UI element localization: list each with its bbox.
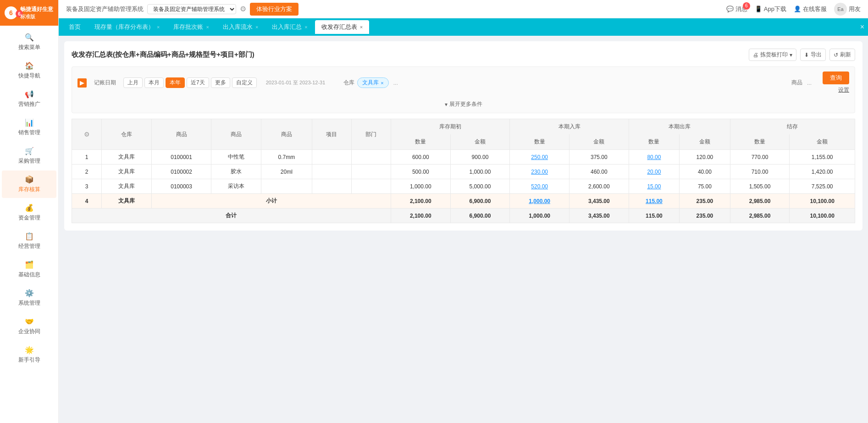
- system-title: 装备及固定资产辅助管理系统: [66, 5, 144, 13]
- warehouse-label: 仓库: [343, 79, 354, 87]
- sidebar-item-search[interactable]: 🔍 搜索菜单: [2, 28, 56, 56]
- th-settings[interactable]: ⚙: [72, 119, 102, 150]
- tab-stock-dist[interactable]: 现存量（库存分布表） ×: [88, 20, 166, 34]
- system-select[interactable]: 装备及固定资产辅助管理系统: [147, 4, 236, 14]
- table-settings-icon[interactable]: ⚙: [84, 131, 90, 138]
- tab-batch-close[interactable]: ×: [206, 24, 209, 30]
- warehouse-tag[interactable]: 文具库 ×: [357, 77, 388, 88]
- row-in-qty[interactable]: 250.00: [510, 150, 569, 165]
- sidebar-item-sales[interactable]: 📊 销售管理: [2, 114, 56, 141]
- sidebar-item-newguide[interactable]: 🌟 新手引导: [2, 341, 56, 368]
- tab-batch[interactable]: 库存批次账 ×: [167, 20, 215, 34]
- sidebar-item-basic-label: 基础信息: [18, 271, 40, 279]
- total-out-qty: 115.00: [629, 209, 680, 223]
- row-project: [312, 150, 351, 165]
- tab-recv-send[interactable]: 收发存汇总表 ×: [315, 20, 369, 34]
- tab-stock-dist-label: 现存量（库存分布表）: [94, 23, 154, 31]
- date-btn-7days[interactable]: 近7天: [187, 77, 209, 88]
- row-opening-qty: 600.00: [391, 150, 450, 165]
- query-btn[interactable]: 查询: [823, 71, 849, 84]
- date-buttons: 上月 本月 本年 近7天 更多 自定义: [123, 77, 257, 88]
- date-btn-custom[interactable]: 自定义: [232, 77, 257, 88]
- logo-number: 6: [9, 9, 13, 16]
- sidebar-item-marketing[interactable]: 📢 营销推广: [2, 85, 56, 113]
- row-bal-amt: 7,525.00: [790, 179, 855, 194]
- tab-inout-summary-close[interactable]: ×: [304, 24, 307, 30]
- sidebar-item-quicknav[interactable]: 🏠 快捷导航: [2, 57, 56, 84]
- row-goods-name: 中性笔: [211, 150, 261, 165]
- tab-home[interactable]: 首页: [62, 20, 87, 34]
- refresh-btn[interactable]: ↺ 刷新: [829, 49, 855, 61]
- date-btn-last-month[interactable]: 上月: [123, 77, 143, 88]
- topbar-right: 💬 消息 6 📱 App下载 👤 在线客服 Ea 用友: [726, 3, 861, 16]
- row-num: 1: [72, 150, 102, 165]
- gear-icon[interactable]: ⚙: [240, 5, 246, 13]
- date-btn-more[interactable]: 更多: [211, 77, 230, 88]
- filter-bar: ▶ 记账日期 上月 本月 本年 近7天 更多 自定义 2023-01-01 至 …: [72, 66, 855, 113]
- date-btn-this-year[interactable]: 本年: [166, 77, 185, 88]
- sub-bal-qty: 2,985.00: [730, 194, 790, 209]
- notification-item[interactable]: 💬 消息 6: [726, 5, 747, 13]
- tabs-close-all[interactable]: ×: [860, 23, 864, 31]
- print-chevron-icon: ▾: [790, 52, 792, 58]
- online-service-item[interactable]: 👤 在线客服: [794, 5, 827, 13]
- row-out-qty[interactable]: 20.00: [629, 165, 680, 179]
- app-download-item[interactable]: 📱 App下载: [755, 5, 786, 13]
- total-row: 合计 2,100.00 6,900.00 1,000.00 3,435.00 1…: [72, 209, 855, 223]
- warehouse-more[interactable]: ...: [393, 80, 398, 86]
- search-icon: 🔍: [25, 33, 34, 42]
- goods-filter: 商品 ...: [791, 79, 812, 87]
- row-opening-qty: 1,000.00: [391, 179, 450, 194]
- sidebar-item-basic[interactable]: 🗂️ 基础信息: [2, 256, 56, 283]
- refresh-label: 刷新: [840, 51, 851, 59]
- row-in-amt: 2,600.00: [569, 179, 629, 194]
- sidebar-item-inventory-label: 库存核算: [18, 186, 40, 193]
- tab-recv-send-close[interactable]: ×: [360, 24, 363, 30]
- sidebar-item-purchase[interactable]: 🛒 采购管理: [2, 142, 56, 170]
- row-out-qty[interactable]: 15.00: [629, 179, 680, 194]
- app-download-label: App下载: [764, 5, 786, 13]
- export-btn[interactable]: ⬇ 导出: [800, 49, 826, 61]
- sub-out-qty[interactable]: 115.00: [629, 194, 680, 209]
- filter-toggle-btn[interactable]: ▶: [77, 78, 87, 88]
- row-bal-qty: 1,505.00: [730, 179, 790, 194]
- user-item[interactable]: Ea 用友: [834, 3, 861, 16]
- row-in-qty[interactable]: 230.00: [510, 165, 569, 179]
- row-warehouse: 文具库: [102, 150, 152, 165]
- sub-in-qty[interactable]: 1,000.00: [510, 194, 569, 209]
- sidebar-item-operations[interactable]: 📋 经营管理: [2, 227, 56, 255]
- row-bal-qty: 710.00: [730, 165, 790, 179]
- tab-bar: 首页 现存量（库存分布表） × 库存批次账 × 出入库流水 × 出入库汇总 × …: [59, 18, 868, 36]
- sidebar-item-inventory[interactable]: 📦 库存核算: [2, 170, 56, 198]
- sidebar-item-system[interactable]: ⚙️ 系统管理: [2, 284, 56, 312]
- sidebar-item-enterprise[interactable]: 🤝 企业协同: [2, 313, 56, 340]
- warehouse-tag-remove[interactable]: ×: [381, 80, 383, 86]
- mobile-icon: 📱: [755, 5, 762, 12]
- row-num: 3: [72, 179, 102, 194]
- setting-link[interactable]: 设置: [838, 86, 849, 94]
- experience-btn[interactable]: 体验行业方案: [250, 3, 299, 16]
- th-in-period: 本期入库: [510, 119, 629, 135]
- date-range-display: 2023-01-01 至 2023-12-31: [266, 79, 326, 86]
- tab-batch-label: 库存批次账: [173, 23, 203, 31]
- sidebar-item-finance[interactable]: 💰 资金管理: [2, 199, 56, 226]
- date-btn-this-month[interactable]: 本月: [144, 77, 164, 88]
- row-in-amt: 375.00: [569, 150, 629, 165]
- tab-inout-flow[interactable]: 出入库流水 ×: [216, 20, 265, 34]
- tab-stock-dist-close[interactable]: ×: [157, 24, 160, 30]
- basic-icon: 🗂️: [25, 260, 34, 269]
- expand-btn[interactable]: ▾ 展开更多条件: [445, 100, 482, 108]
- print-btn[interactable]: 🖨 拣货板打印 ▾: [749, 49, 796, 61]
- th-out-amt: 金额: [680, 134, 730, 150]
- sidebar-item-purchase-label: 采购管理: [18, 157, 40, 165]
- page-actions: 🖨 拣货板打印 ▾ ⬇ 导出 ↺ 刷新: [749, 49, 855, 61]
- refresh-icon: ↺: [834, 52, 838, 58]
- row-in-qty[interactable]: 520.00: [510, 179, 569, 194]
- page-title: 收发存汇总表(按仓库+商品编码+商品+规格型号+项目+部门): [72, 50, 254, 59]
- sub-opening-amt: 6,900.00: [450, 194, 510, 209]
- goods-more[interactable]: ...: [807, 80, 812, 86]
- tab-inout-summary[interactable]: 出入库汇总 ×: [265, 20, 314, 34]
- row-out-qty[interactable]: 80.00: [629, 150, 680, 165]
- tab-inout-flow-close[interactable]: ×: [255, 24, 258, 30]
- avatar: Ea: [834, 3, 847, 16]
